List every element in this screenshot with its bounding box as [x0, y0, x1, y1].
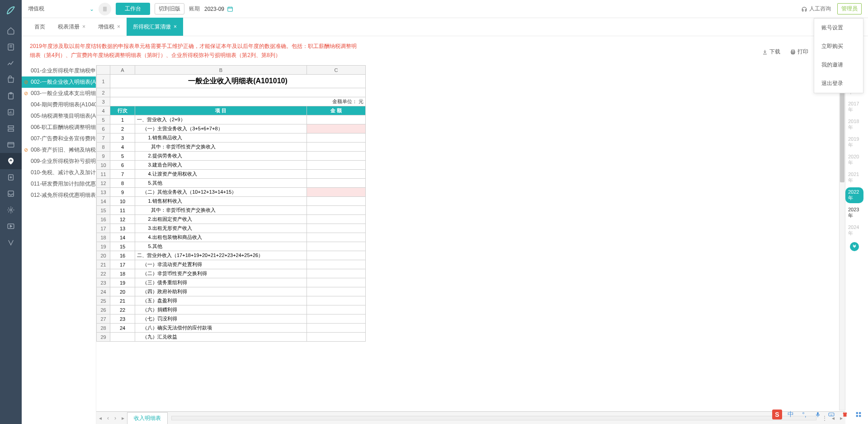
nav-tax-icon[interactable]	[0, 153, 22, 169]
print-button[interactable]: 打印	[790, 48, 808, 56]
year-item[interactable]: 2019年	[845, 134, 863, 150]
nav-home-icon[interactable]	[0, 23, 22, 39]
warning-icon: ⊘	[24, 147, 28, 153]
switch-old-button[interactable]: 切到旧版	[155, 3, 184, 14]
ime-punct-icon[interactable]: °,	[799, 410, 809, 419]
tab-label: 增值税	[98, 23, 114, 31]
svg-rect-20	[859, 415, 861, 417]
vertical-scrollbar[interactable]	[839, 63, 845, 410]
chevron-down-icon: ⌄	[90, 6, 94, 12]
svg-rect-17	[856, 412, 858, 414]
admin-button[interactable]: 管理员	[837, 3, 862, 14]
svg-rect-19	[856, 415, 858, 417]
close-icon[interactable]: ×	[82, 24, 85, 30]
ime-mic-icon[interactable]	[813, 410, 823, 419]
tab-label: 所得税汇算清缴	[133, 23, 171, 31]
user-menu-item[interactable]: 账号设置	[814, 19, 863, 37]
nav-v-icon[interactable]	[0, 234, 22, 251]
nav-window-icon[interactable]	[0, 137, 22, 153]
tab-label: 首页	[34, 23, 45, 31]
tab-1[interactable]: 税表清册×	[52, 18, 92, 36]
period-picker[interactable]: 2023-09	[204, 6, 233, 12]
tab-label: 税表清册	[58, 23, 80, 31]
sheet-nav-first-icon[interactable]: ◂	[96, 415, 104, 421]
nav-settings-icon[interactable]	[0, 202, 22, 218]
svg-rect-16	[829, 413, 834, 416]
left-sidebar	[0, 0, 22, 424]
year-item[interactable]: 2021年	[845, 170, 863, 186]
nav-template-icon[interactable]	[0, 120, 22, 137]
circle-doc-button[interactable]	[99, 3, 111, 15]
tab-2[interactable]: 增值税×	[92, 18, 127, 36]
ime-lang-icon[interactable]: 中	[786, 410, 796, 419]
app-logo	[4, 4, 18, 17]
sheet-tab-bar: ◂ ‹ › ▸ 收入明细表 ⋮ ◂ ▸	[96, 411, 845, 424]
form-list-item[interactable]: 001-企业所得税年度纳税申…	[22, 65, 96, 76]
tab-3[interactable]: 所得税汇算清缴×	[127, 18, 183, 36]
form-list-item[interactable]: 007-广告费和业务宣传费跨…	[22, 133, 96, 144]
svg-rect-15	[817, 412, 819, 415]
sheet-nav-last-icon[interactable]: ▸	[119, 415, 127, 421]
year-item[interactable]: 2023年	[845, 205, 863, 221]
spreadsheet: ABC1一般企业收入明细表(A101010)23金额单位： 元4行次项 目金 额…	[96, 65, 845, 424]
support-link[interactable]: 人工咨询	[801, 5, 831, 13]
svg-rect-10	[103, 6, 107, 11]
workbench-button[interactable]: 工作台	[116, 3, 150, 15]
close-icon[interactable]: ×	[117, 24, 120, 30]
ime-skin-icon[interactable]	[840, 410, 850, 419]
form-list: 001-企业所得税年度纳税申…⊘002-一般企业收入明细表(A1…⊘003-一般…	[22, 65, 96, 424]
form-list-item[interactable]: ⊘008-资产折旧、摊销及纳税…	[22, 144, 96, 156]
calendar-icon	[227, 6, 233, 12]
form-list-item[interactable]: 010-免税、减计收入及加计…	[22, 167, 96, 178]
warning-icon: ⊘	[24, 91, 28, 96]
user-menu-item[interactable]: 我的邀请	[814, 56, 863, 74]
tax-type-label: 增值税	[28, 5, 44, 13]
sheet-hscroll[interactable]	[171, 416, 816, 420]
year-item[interactable]: 2018年	[845, 117, 863, 133]
download-button[interactable]: 下载	[762, 48, 780, 56]
form-list-item[interactable]: 009-企业所得税弥补亏损明…	[22, 156, 96, 167]
form-list-item[interactable]: ⊘003-一般企业成本支出明细…	[22, 88, 96, 99]
user-menu-item[interactable]: 退出登录	[814, 74, 863, 93]
year-item[interactable]: 2020年	[845, 152, 863, 168]
form-list-item[interactable]: 004-期间费用明细表(A1040…	[22, 99, 96, 110]
ime-toolbox-icon[interactable]	[854, 410, 863, 419]
nav-chart-icon[interactable]	[0, 55, 22, 71]
nav-bag-icon[interactable]	[0, 71, 22, 88]
sheet-grid[interactable]: ABC1一般企业收入明细表(A101010)23金额单位： 元4行次项 目金 额…	[96, 65, 845, 411]
year-more-icon[interactable]	[850, 242, 859, 251]
content-area: 2019年度涉及取以前年度结转数据的申报表单元格需要手工维护正确，才能保证本年及…	[22, 36, 868, 424]
nav-clipboard-icon[interactable]	[0, 88, 22, 104]
year-item[interactable]: 2024年	[845, 223, 863, 238]
tab-0[interactable]: 首页	[28, 18, 52, 36]
nav-video-icon[interactable]	[0, 218, 22, 234]
form-list-item[interactable]: 006-职工薪酬纳税调整明细…	[22, 122, 96, 133]
form-list-item[interactable]: 012-减免所得税优惠明细表(…	[22, 190, 96, 201]
form-list-item[interactable]: 005-纳税调整项目明细表(A1…	[22, 110, 96, 122]
year-item[interactable]: 2022年	[845, 187, 863, 203]
ime-logo-icon[interactable]: S	[772, 410, 782, 419]
sheet-tab[interactable]: 收入明细表	[127, 412, 168, 424]
svg-rect-6	[8, 143, 14, 148]
close-icon[interactable]: ×	[174, 24, 177, 30]
period-value: 2023-09	[204, 6, 224, 12]
svg-rect-5	[8, 129, 14, 132]
ime-keyboard-icon[interactable]	[826, 410, 836, 419]
page-tabs: 首页税表清册×增值税×所得税汇算清缴×	[22, 18, 868, 36]
ime-toolbar: S 中 °,	[772, 410, 863, 419]
tax-type-dropdown[interactable]: 增值税 ⌄	[28, 5, 94, 13]
form-list-item[interactable]: 011-研发费用加计扣除优惠…	[22, 178, 96, 190]
nav-inbox-icon[interactable]	[0, 186, 22, 202]
sheet-nav-next-icon[interactable]: ›	[112, 415, 119, 421]
nav-report-icon[interactable]	[0, 104, 22, 120]
form-list-item[interactable]: ⊘002-一般企业收入明细表(A1…	[22, 76, 96, 88]
top-bar: 增值税 ⌄ 工作台 切到旧版 账期 2023-09 人工咨询 管理员	[22, 0, 868, 18]
sheet-nav-prev-icon[interactable]: ‹	[104, 415, 112, 421]
nav-export-icon[interactable]	[0, 169, 22, 186]
user-dropdown-menu: 账号设置立即购买我的邀请退出登录	[814, 18, 863, 93]
svg-rect-18	[859, 412, 861, 414]
nav-doc-icon[interactable]	[0, 39, 22, 55]
user-menu-item[interactable]: 立即购买	[814, 37, 863, 56]
year-item[interactable]: 2017年	[845, 99, 863, 115]
headset-icon	[801, 6, 807, 12]
